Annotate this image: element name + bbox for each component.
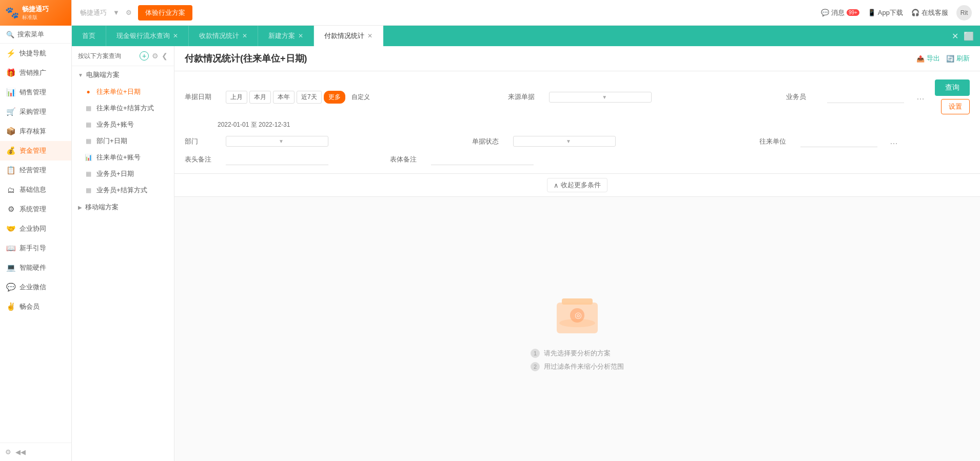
date-range-value: 2022-01-01 至 2022-12-31 [218,121,290,129]
edition-label: 标准版 [22,14,49,21]
tip-text-1: 请先选择要分析的方案 [544,349,611,358]
doc-status-select[interactable]: ▼ [513,136,616,147]
tab-close-all-btn[interactable]: ✕ [952,31,958,41]
sidebar-label-guide: 新手引导 [19,244,46,253]
add-scheme-btn[interactable]: + [140,51,149,61]
empty-illustration: ◎ [546,287,608,338]
sidebar-icon-system: ⚙ [6,205,15,214]
sidebar-item-finance[interactable]: 💰资金管理 [0,141,71,161]
scheme-item[interactable]: 📊往来单位+账号 [72,149,174,166]
section-arrow: ▼ [78,72,83,78]
query-btn[interactable]: 查询 [935,79,970,96]
scheme-item[interactable]: ▦往来单位+结算方式 [72,100,174,116]
settings-scheme-btn[interactable]: ⚙ [152,52,159,60]
sidebar-label-inventory: 库存核算 [19,127,46,136]
scheme-item[interactable]: ▦部门+日期 [72,133,174,149]
counterparty-more-btn[interactable]: … [890,137,898,146]
sidebar-item-sales[interactable]: 📊销售管理 [0,83,71,102]
header-note-input[interactable] [226,153,328,165]
source-select[interactable]: ▼ [549,92,652,103]
scheme-section-header[interactable]: ▼电脑端方案 [72,66,174,84]
sidebar-item-basic[interactable]: 🗂基础信息 [0,180,71,199]
sidebar-icon-guide: 📖 [6,244,15,253]
counterparty-input[interactable] [800,135,877,147]
collapse-panel-btn[interactable]: ❮ [162,52,168,60]
sidebar-item-hardware[interactable]: 💻智能硬件 [0,258,71,277]
dept-select[interactable]: ▼ [226,136,328,147]
body-note-input[interactable] [431,153,534,165]
tab-close-payment-stats[interactable]: ✕ [367,32,373,39]
tab-collection-stats[interactable]: 收款情况统计✕ [189,26,258,46]
tab-close-bank-flow[interactable]: ✕ [173,32,178,39]
sidebar-icon-hardware: 💻 [6,263,15,272]
date-buttons: 上月本月本年近7天更多自定义 [226,91,374,104]
tab-label-collection-stats: 收款情况统计 [199,31,239,41]
nav-dropdown-icon[interactable]: ▼ [113,9,120,16]
scheme-section-header[interactable]: ▶移动端方案 [72,198,174,216]
sidebar-icon-basic: 🗂 [6,185,15,194]
settings-footer-icon[interactable]: ⚙ [5,448,11,456]
industry-btn[interactable]: 体验行业方案 [138,5,192,21]
collapse-bar: ∧ 收起更多条件 [174,174,980,197]
tab-new-scheme[interactable]: 新建方案✕ [258,26,314,46]
export-btn[interactable]: 📤 导出 [916,54,940,63]
scheme-item[interactable]: ▦业务员+账号 [72,116,174,133]
tab-close-collection-stats[interactable]: ✕ [242,32,247,39]
sidebar-item-operation[interactable]: 📋经营管理 [0,161,71,180]
topbar-gear-icon[interactable]: ⚙ [126,9,132,16]
sidebar-item-inventory[interactable]: 📦库存核算 [0,122,71,141]
tab-maximize-btn[interactable]: ⬜ [964,31,974,41]
tab-bank-flow[interactable]: 现金银行流水查询✕ [106,26,189,46]
refresh-icon: 🔄 [946,55,954,63]
app-download-item[interactable]: 📱 App下载 [868,8,903,17]
salesperson-input[interactable] [827,91,904,103]
sidebar-item-guide[interactable]: 📖新手引导 [0,238,71,258]
salesperson-label: 业务员 [786,92,817,102]
message-icon: 💬 [821,9,829,16]
sidebar-label-basic: 基础信息 [19,185,46,194]
scheme-item-label: 往来单位+结算方式 [96,104,154,113]
collapse-conditions-btn[interactable]: ∧ 收起更多条件 [547,178,607,192]
date-btn-近7天[interactable]: 近7天 [297,91,322,104]
settings-btn[interactable]: 设置 [941,99,970,114]
scheme-item[interactable]: ▦业务员+结算方式 [72,182,174,198]
date-btn-custom[interactable]: 自定义 [347,91,374,103]
sidebar-label-vip: 畅会员 [19,302,40,311]
search-menu-item[interactable]: 🔍 搜索菜单 [0,26,71,44]
date-btn-本年[interactable]: 本年 [273,91,295,104]
refresh-btn[interactable]: 🔄 刷新 [946,54,970,63]
scheme-item[interactable]: ●往来单位+日期 [72,84,174,100]
collapse-sidebar-btn[interactable]: ◀◀ [15,448,26,456]
tab-home[interactable]: 首页 [72,26,106,46]
salesperson-more-btn[interactable]: … [916,92,925,102]
sidebar-item-marketing[interactable]: 🎁营销推广 [0,63,71,83]
collapse-label: 收起更多条件 [561,181,601,190]
sidebar-item-weixin[interactable]: 💬企业微信 [0,277,71,297]
date-btn-上月[interactable]: 上月 [226,91,247,104]
filter-area: 单据日期 上月本月本年近7天更多自定义 来源单据 ▼ 业务员 … 查询 设置 [174,71,980,174]
scheme-item-label: 业务员+结算方式 [96,186,147,195]
filter-row-1: 单据日期 上月本月本年近7天更多自定义 来源单据 ▼ 业务员 … 查询 设置 [185,79,970,114]
empty-tips: 1 请先选择要分析的方案 2 用过滤条件来缩小分析范围 [531,349,624,371]
tab-label-payment-stats: 付款情况统计 [324,31,364,41]
sidebar: 🐾 畅捷通巧 标准版 🔍 搜索菜单 ⚡快捷导航🎁营销推广📊销售管理🛒采购管理📦库… [0,0,72,461]
online-service-item[interactable]: 🎧 在线客服 [911,8,948,17]
user-avatar[interactable]: Rit [956,5,972,21]
sidebar-item-quick-nav[interactable]: ⚡快捷导航 [0,44,71,63]
sidebar-header: 🐾 畅捷通巧 标准版 [0,0,71,26]
sidebar-label-system: 系统管理 [19,205,46,214]
date-btn-more[interactable]: 更多 [324,91,345,104]
sidebar-item-collab[interactable]: 🤝企业协同 [0,219,71,238]
tab-label-new-scheme: 新建方案 [268,31,295,41]
source-dropdown-icon: ▼ [602,94,647,100]
sidebar-item-system[interactable]: ⚙系统管理 [0,199,71,219]
sidebar-item-purchase[interactable]: 🛒采购管理 [0,102,71,122]
sidebar-item-vip[interactable]: ✌畅会员 [0,297,71,316]
date-btn-本月[interactable]: 本月 [249,91,271,104]
message-item[interactable]: 💬 消息 99+ [821,8,859,17]
refresh-label: 刷新 [956,54,970,63]
tab-close-new-scheme[interactable]: ✕ [298,32,303,39]
scheme-item[interactable]: ▦业务员+日期 [72,166,174,182]
dept-label: 部门 [185,137,215,146]
tab-payment-stats[interactable]: 付款情况统计✕ [314,26,383,46]
